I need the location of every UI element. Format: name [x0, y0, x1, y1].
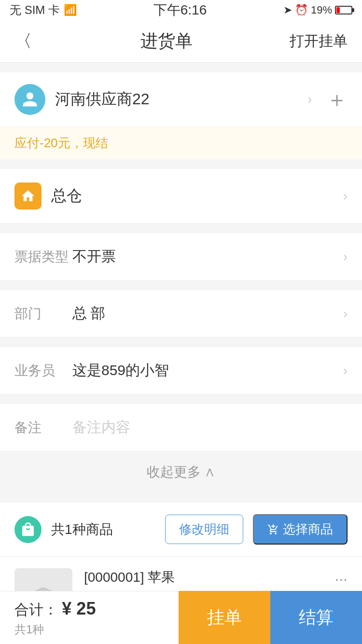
total-amount: ¥ 25 [62, 599, 96, 618]
product-id: [0000001] [84, 570, 144, 585]
select-product-button[interactable]: 选择商品 [253, 514, 348, 545]
time-label: 下午6:16 [153, 1, 207, 19]
salesperson-row[interactable]: 业务员 这是859的小智 › [0, 347, 362, 394]
back-button[interactable]: 〈 [14, 29, 43, 53]
warehouse-section: 总仓 › [0, 169, 362, 224]
status-left: 无 SIM 卡 📶 [10, 2, 77, 18]
pend-button[interactable]: 挂单 [179, 591, 270, 644]
status-right: ➤ ⏰ 19% [283, 4, 352, 16]
warehouse-row[interactable]: 总仓 › [0, 169, 362, 224]
department-value: 总 部 [72, 304, 343, 323]
home-icon [20, 188, 36, 204]
product-more-button[interactable]: ··· [334, 568, 348, 588]
product-title: 苹果 [148, 570, 175, 585]
section-gap-2 [0, 159, 362, 169]
person-icon [21, 91, 39, 108]
department-section: 部门 总 部 › [0, 290, 362, 337]
remark-label: 备注 [14, 419, 72, 437]
supplier-name: 河南供应商22 [55, 89, 307, 110]
alarm-icon: ⏰ [295, 4, 308, 16]
bottom-bar: 合计： ¥ 25 共1种 挂单 结算 [0, 591, 362, 644]
salesperson-arrow-icon: › [343, 363, 348, 378]
total-section: 合计： ¥ 25 共1种 [0, 591, 179, 644]
section-gap-1 [0, 63, 362, 72]
shopping-bag-icon [20, 522, 36, 537]
modify-detail-button[interactable]: 修改明细 [165, 515, 243, 544]
product-name: [0000001] 苹果 [84, 568, 323, 587]
wifi-icon: 📶 [64, 4, 77, 16]
invoice-arrow-icon: › [343, 249, 348, 265]
location-icon: ➤ [283, 4, 292, 16]
total-label: 合计： [14, 602, 58, 617]
cart-plus-icon [267, 524, 279, 535]
battery-percent: 19% [311, 4, 332, 16]
department-row[interactable]: 部门 总 部 › [0, 290, 362, 337]
status-bar: 无 SIM 卡 📶 下午6:16 ➤ ⏰ 19% [0, 0, 362, 20]
invoice-row[interactable]: 票据类型 不开票 › [0, 233, 362, 280]
products-count: 共1种商品 [51, 520, 155, 539]
invoice-label: 票据类型 [14, 248, 72, 266]
remark-placeholder: 备注内容 [72, 418, 348, 437]
section-gap-6 [0, 394, 362, 404]
carrier-label: 无 SIM 卡 [10, 2, 60, 18]
collapse-button[interactable]: 收起更多 ∧ [0, 451, 362, 493]
select-product-label: 选择商品 [283, 521, 333, 538]
products-header: 共1种商品 修改明细 选择商品 [0, 503, 362, 556]
battery-icon [335, 6, 352, 14]
invoice-value: 不开票 [72, 247, 343, 266]
department-arrow-icon: › [343, 306, 348, 322]
products-icon [14, 516, 42, 543]
supplier-avatar [14, 84, 45, 115]
supplier-section: 河南供应商22 › ＋ 应付-20元，现结 [0, 72, 362, 159]
section-gap-3 [0, 224, 362, 233]
remark-row[interactable]: 备注 备注内容 [0, 404, 362, 451]
section-gap-4 [0, 280, 362, 290]
nav-bar: 〈 进货单 打开挂单 [0, 20, 362, 63]
settle-button[interactable]: 结算 [270, 591, 362, 644]
salesperson-section: 业务员 这是859的小智 › [0, 347, 362, 394]
warehouse-name: 总仓 [51, 185, 343, 207]
total-count: 共1种 [14, 622, 164, 637]
salesperson-value: 这是859的小智 [72, 361, 343, 380]
open-pending-button[interactable]: 打开挂单 [290, 31, 348, 51]
supplier-arrow-icon: › [307, 92, 312, 107]
section-gap-7 [0, 493, 362, 503]
invoice-section: 票据类型 不开票 › [0, 233, 362, 280]
warehouse-icon [14, 182, 42, 210]
warehouse-arrow-icon: › [343, 188, 348, 204]
total-main: 合计： ¥ 25 [14, 599, 164, 620]
notice-banner: 应付-20元，现结 [0, 127, 362, 159]
collapse-label: 收起更多 ∧ [147, 463, 216, 481]
department-label: 部门 [14, 305, 72, 323]
page-title: 进货单 [140, 29, 193, 53]
add-supplier-button[interactable]: ＋ [326, 85, 348, 114]
remark-section: 备注 备注内容 [0, 404, 362, 451]
supplier-row[interactable]: 河南供应商22 › ＋ [0, 72, 362, 127]
section-gap-5 [0, 337, 362, 347]
salesperson-label: 业务员 [14, 362, 72, 380]
